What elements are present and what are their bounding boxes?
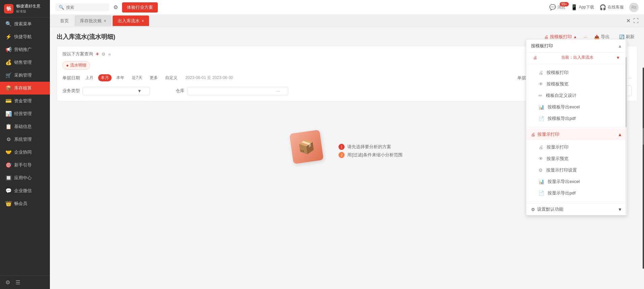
disp-pdf-icon: 📄 bbox=[538, 190, 544, 196]
tpl-pdf-icon: 📄 bbox=[538, 116, 544, 121]
menu-toggle-icon[interactable]: ☰ bbox=[16, 279, 20, 286]
app-download-button[interactable]: 📱 App下载 bbox=[571, 4, 594, 10]
logo-text: 畅捷通好生意 标准版 bbox=[16, 3, 40, 14]
sidebar-item-system[interactable]: ⚙系统管理 bbox=[0, 133, 50, 146]
search-icon: 🔍 bbox=[5, 21, 11, 27]
doc-type-more[interactable]: ··· bbox=[628, 75, 632, 80]
export-icon: 📤 bbox=[594, 34, 599, 40]
member-icon: 👑 bbox=[5, 201, 11, 207]
warehouse-select[interactable]: ··· bbox=[187, 87, 288, 95]
empty-step-1: 1 请先选择要分析的方案 bbox=[339, 144, 402, 150]
window-expand-button[interactable]: ⛶ bbox=[633, 18, 639, 24]
disp-settings-icon: ⚙ bbox=[538, 167, 543, 173]
topbar-gear-icon[interactable]: ⚙ bbox=[113, 4, 118, 10]
sidebar-item-inventory[interactable]: 📦库存核算 bbox=[0, 82, 50, 95]
template-customize-item[interactable]: ✏ 模板自定义设计 bbox=[526, 90, 627, 101]
batch-tab-label: 库存批次账 bbox=[80, 18, 102, 24]
date-tab-this-year[interactable]: 本年 bbox=[114, 74, 127, 81]
display-preview-item[interactable]: 👁 按显示预览 bbox=[526, 153, 627, 164]
disp-preview-label: 按显示预览 bbox=[547, 156, 568, 162]
message-icon: 💬 bbox=[549, 4, 556, 10]
headset-icon: 🎧 bbox=[599, 4, 606, 10]
tab-flow-close[interactable]: × bbox=[142, 19, 144, 23]
empty-step-2: 2 用[过滤]条件来缩小分析范围 bbox=[339, 152, 402, 158]
more-dots[interactable]: ··· bbox=[584, 34, 587, 40]
disp-settings-label: 按显示打印设置 bbox=[546, 167, 577, 173]
disp-pdf-label: 按显示导出pdf bbox=[548, 190, 576, 196]
tab-home[interactable]: 首页 bbox=[55, 16, 74, 26]
inventory-icon: 📦 bbox=[5, 85, 11, 91]
avatar-text: Rit bbox=[632, 5, 637, 10]
tab-batch-account[interactable]: 库存批次账 × bbox=[75, 16, 111, 26]
message-button[interactable]: 💬 消息 99+ bbox=[549, 4, 565, 10]
tab-batch-close[interactable]: × bbox=[104, 19, 106, 23]
active-filter-tag[interactable]: ● 流水明细 bbox=[62, 61, 90, 70]
app-label: App下载 bbox=[579, 4, 594, 10]
display-print-item[interactable]: 🖨 按显示打印 bbox=[526, 141, 627, 153]
print-icon: 🖨 bbox=[544, 34, 549, 40]
sidebar-item-collab[interactable]: 🤝企业协同 bbox=[0, 146, 50, 159]
display-settings-item[interactable]: ⚙ 按显示打印设置 bbox=[526, 164, 627, 176]
date-tab-this-month[interactable]: 本月 bbox=[98, 74, 112, 81]
sidebar-label-finance: 资金管理 bbox=[14, 98, 32, 104]
sidebar-bottom: ⚙ ☰ bbox=[0, 275, 50, 289]
sidebar-item-shortcuts[interactable]: ⚡快捷导航 bbox=[0, 30, 50, 43]
template-preview-item[interactable]: 👁 按模板预览 bbox=[526, 78, 627, 90]
display-section-header[interactable]: 🖨 按显示打印 ▲ bbox=[526, 129, 627, 140]
date-tab-7days[interactable]: 近7天 bbox=[129, 74, 145, 81]
display-excel-item[interactable]: 📊 按显示导出excel bbox=[526, 176, 627, 187]
date-tab-more[interactable]: 更多 bbox=[147, 74, 160, 81]
apps-icon: 🔲 bbox=[5, 175, 11, 181]
guide-icon: 🎯 bbox=[5, 162, 11, 168]
date-filter-field: 单据日期 上月 本月 本年 近7天 更多 自定义 2023-06-01 至 20… bbox=[62, 74, 233, 81]
disp-preview-icon: 👁 bbox=[538, 156, 543, 161]
sidebar-item-marketing[interactable]: 📢营销推广 bbox=[0, 43, 50, 56]
sidebar: 畅 畅捷通好生意 标准版 🔍搜索菜单⚡快捷导航📢营销推广💰销售管理🛒采购管理📦库… bbox=[0, 0, 50, 289]
tpl-preview-icon: 👁 bbox=[538, 81, 543, 87]
service-label: 在线客服 bbox=[608, 4, 624, 10]
sidebar-item-wechat[interactable]: 💬企业微信 bbox=[0, 184, 50, 197]
sidebar-item-finance[interactable]: 💳资金管理 bbox=[0, 95, 50, 107]
sidebar-item-guide[interactable]: 🎯新手引导 bbox=[0, 159, 50, 172]
date-tab-last-month[interactable]: 上月 bbox=[83, 74, 96, 81]
display-pdf-item[interactable]: 📄 按显示导出pdf bbox=[526, 187, 627, 199]
shortcuts-icon: ⚡ bbox=[5, 34, 11, 40]
tpl-print-label: 按模板打印 bbox=[547, 70, 568, 76]
settings-icon[interactable]: ⚙ bbox=[5, 279, 10, 286]
biz-type-select[interactable]: ▼ bbox=[83, 87, 150, 95]
sidebar-item-basic[interactable]: 📋基础信息 bbox=[0, 120, 50, 133]
date-range-text: 2023-06-01 至 2023-06-30 bbox=[185, 75, 233, 81]
sidebar-label-apps: 应用中心 bbox=[14, 175, 32, 181]
filter-add-icon[interactable]: + bbox=[96, 51, 99, 57]
search-box[interactable]: 🔍 bbox=[55, 3, 109, 11]
tpl-customize-label: 模板自定义设计 bbox=[546, 93, 577, 99]
dropdown-scrollbar[interactable] bbox=[625, 40, 627, 215]
biz-type-field: 业务类型 ▼ bbox=[62, 87, 150, 95]
template-pdf-item[interactable]: 📄 按模板导出pdf bbox=[526, 113, 627, 124]
warehouse-more[interactable]: ··· bbox=[276, 88, 280, 94]
filter-gear-icon[interactable]: ⚙ bbox=[101, 52, 106, 57]
sidebar-item-sales[interactable]: 💰销售管理 bbox=[0, 56, 50, 69]
sidebar-item-search[interactable]: 🔍搜索菜单 bbox=[0, 18, 50, 30]
sidebar-item-member[interactable]: 👑畅会员 bbox=[0, 197, 50, 210]
search-input[interactable] bbox=[66, 5, 100, 10]
dropdown-current[interactable]: 🖨 当前：出入库流水 ▼ bbox=[526, 53, 627, 62]
sidebar-item-apps[interactable]: 🔲应用中心 bbox=[0, 172, 50, 184]
trial-button[interactable]: 体验行业方案 bbox=[122, 2, 158, 12]
purchase-icon: 🛒 bbox=[5, 72, 11, 78]
dropdown-header-chevron[interactable]: ▲ bbox=[618, 44, 622, 49]
dropdown-footer[interactable]: ⚙ 设置默认功能 ▼ bbox=[526, 203, 627, 215]
display-section-chevron: ▲ bbox=[618, 132, 622, 137]
display-section-label: 按显示打印 bbox=[537, 131, 559, 137]
template-excel-item[interactable]: 📊 按模板导出excel bbox=[526, 101, 627, 113]
user-avatar[interactable]: Rit bbox=[629, 3, 639, 12]
sidebar-item-operations[interactable]: 📊经营管理 bbox=[0, 107, 50, 120]
sidebar-item-purchase[interactable]: 🛒采购管理 bbox=[0, 69, 50, 82]
service-button[interactable]: 🎧 在线客服 bbox=[599, 4, 624, 10]
window-close-button[interactable]: ✕ bbox=[626, 18, 631, 24]
date-tab-custom[interactable]: 自定义 bbox=[163, 74, 180, 81]
sidebar-label-inventory: 库存核算 bbox=[14, 85, 32, 91]
filter-collapse-icon[interactable]: « bbox=[108, 51, 111, 57]
tab-flow[interactable]: 出入库流水 × bbox=[113, 16, 149, 26]
template-print-item[interactable]: 🖨 按模板打印 bbox=[526, 67, 627, 78]
